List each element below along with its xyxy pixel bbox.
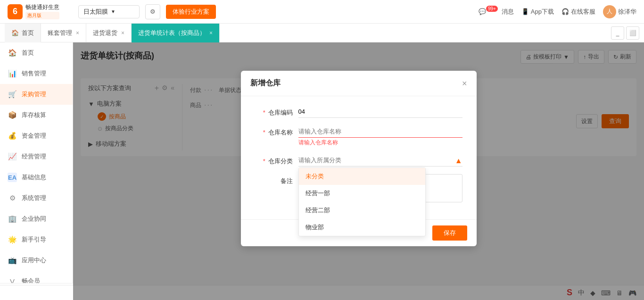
required-star-3: * bbox=[263, 158, 265, 165]
headset-icon: 🎧 bbox=[561, 8, 569, 15]
warehouse-name-label: * 仓库名称 bbox=[255, 125, 293, 137]
username: 徐泽华 bbox=[618, 8, 636, 16]
enterprise-icon: 🏢 bbox=[8, 214, 17, 224]
logo-text: 畅捷通好生意 bbox=[25, 4, 59, 11]
sidebar-item-capital[interactable]: 💰 资金管理 bbox=[0, 125, 73, 146]
tab-home-label: 首页 bbox=[22, 29, 34, 37]
sidebar-item-apps-label: 应用中心 bbox=[22, 256, 46, 265]
tab-collapse-button[interactable]: _ bbox=[611, 26, 624, 40]
avatar: 人 bbox=[603, 5, 616, 18]
app-download-label: App下载 bbox=[531, 8, 554, 16]
sidebar-item-purchase-label: 采购管理 bbox=[22, 90, 46, 99]
category-dropdown: 未分类 经营一部 经营二部 物业部 bbox=[298, 167, 426, 236]
sidebar-item-newbie[interactable]: 🌟 新手引导 bbox=[0, 229, 73, 250]
sidebar: 🏠 首页 📊 销售管理 🛒 采购管理 📦 库存核算 💰 资金管理 📈 经营管理 … bbox=[0, 42, 73, 300]
tab-accounts-label: 账套管理 bbox=[48, 29, 72, 37]
warehouse-category-label: * 仓库分类 bbox=[255, 154, 293, 166]
sidebar-item-apps[interactable]: 📺 应用中心 bbox=[0, 250, 73, 271]
tab-purchase-return-label: 进货退货 bbox=[93, 29, 117, 37]
sidebar-item-base-label: 基础信息 bbox=[22, 173, 46, 182]
tab-purchase-stat-label: 进货单统计表（按商品） bbox=[138, 29, 206, 37]
dropdown-item-3[interactable]: 物业部 bbox=[299, 219, 425, 236]
newbie-icon: 🌟 bbox=[8, 235, 17, 244]
sidebar-item-system-label: 系统管理 bbox=[22, 194, 46, 202]
save-button[interactable]: 保存 bbox=[432, 225, 467, 241]
user-area[interactable]: 人 徐泽华 bbox=[603, 5, 636, 18]
chevron-down-icon: ▼ bbox=[111, 9, 116, 14]
message-icon: 💬 bbox=[479, 8, 486, 15]
sidebar-item-purchase[interactable]: 🛒 采购管理 bbox=[0, 84, 73, 105]
sidebar-item-base[interactable]: EA 基础信息 bbox=[0, 167, 73, 188]
online-service-button[interactable]: 🎧 在线客服 bbox=[561, 8, 595, 16]
message-badge: 99+ bbox=[486, 6, 498, 12]
warehouse-name-row: * 仓库名称 请输入仓库名称 bbox=[255, 125, 462, 147]
gear-icon: ⚙ bbox=[150, 8, 156, 15]
logo-char: 6 bbox=[13, 7, 17, 17]
new-warehouse-modal: 新增仓库 × * 仓库编码 bbox=[241, 71, 477, 246]
content-area: 进货单统计(按商品) 🖨 按模板打印 ▼ ↑ 导出 ↻ 刷新 bbox=[73, 42, 644, 300]
modal-title: 新增仓库 bbox=[250, 78, 281, 88]
modal-overlay: 新增仓库 × * 仓库编码 bbox=[73, 42, 644, 300]
tab-purchase-return[interactable]: 进货退货 × bbox=[86, 24, 132, 42]
warehouse-category-input[interactable] bbox=[298, 154, 462, 167]
tab-purchase-stat[interactable]: 进货单统计表（按商品） × bbox=[132, 24, 220, 42]
required-star-2: * bbox=[263, 129, 265, 136]
tab-expand-button[interactable]: ⬜ bbox=[626, 26, 639, 40]
sidebar-item-enterprise[interactable]: 🏢 企业协同 bbox=[0, 208, 73, 229]
dropdown-item-1[interactable]: 经营一部 bbox=[299, 185, 425, 202]
tab-actions: _ ⬜ bbox=[611, 26, 639, 40]
home-icon: 🏠 bbox=[8, 48, 17, 58]
sidebar-item-system[interactable]: ⚙ 系统管理 bbox=[0, 188, 73, 208]
top-header: 6 畅捷通好生意 惠月版 日太阳膜 ▼ ⚙ 体验行业方案 💬 99+ 消息 📱 … bbox=[0, 0, 644, 24]
home-icon: 🏠 bbox=[11, 29, 19, 36]
header-right: 💬 99+ 消息 📱 App下载 🎧 在线客服 人 徐泽华 bbox=[479, 5, 636, 18]
messages-button[interactable]: 💬 99+ 消息 bbox=[479, 8, 514, 16]
warehouse-category-field-wrap: ▲ 未分类 经营一部 经营二部 物业部 bbox=[298, 154, 462, 167]
tab-home[interactable]: 🏠 首页 bbox=[5, 24, 41, 42]
sidebar-item-biz[interactable]: 📈 经营管理 bbox=[0, 146, 73, 167]
category-dropdown-arrow[interactable]: ▲ bbox=[455, 157, 462, 165]
online-service-label: 在线客服 bbox=[571, 8, 595, 16]
trial-button[interactable]: 体验行业方案 bbox=[166, 5, 216, 19]
warehouse-name-input[interactable] bbox=[298, 125, 462, 138]
modal-body: * 仓库编码 * 仓库名称 bbox=[241, 96, 477, 219]
sidebar-item-sales[interactable]: 📊 销售管理 bbox=[0, 63, 73, 84]
modal-close-button[interactable]: × bbox=[462, 79, 467, 88]
main-layout: 🏠 首页 📊 销售管理 🛒 采购管理 📦 库存核算 💰 资金管理 📈 经营管理 … bbox=[0, 42, 644, 300]
app-download-button[interactable]: 📱 App下载 bbox=[521, 8, 554, 16]
warehouse-category-row: * 仓库分类 ▲ 未分类 经营一部 经营二部 物业部 bbox=[255, 154, 462, 167]
warehouse-code-row: * 仓库编码 bbox=[255, 106, 462, 118]
base-icon: EA bbox=[8, 173, 17, 182]
messages-label: 消息 bbox=[502, 8, 514, 16]
dropdown-item-2[interactable]: 经营二部 bbox=[299, 202, 425, 219]
sidebar-item-enterprise-label: 企业协同 bbox=[22, 215, 46, 223]
warehouse-selector[interactable]: 日太阳膜 ▼ bbox=[78, 5, 140, 18]
warehouse-name: 日太阳膜 bbox=[83, 8, 108, 16]
logo-badge: 惠月版 bbox=[25, 12, 59, 19]
biz-icon: 📈 bbox=[8, 152, 17, 161]
required-star: * bbox=[263, 109, 265, 116]
sidebar-item-capital-label: 资金管理 bbox=[22, 132, 46, 140]
warehouse-name-error: 请输入仓库名称 bbox=[298, 139, 462, 147]
tab-bar: 🏠 首页 账套管理 × 进货退货 × 进货单统计表（按商品） × _ ⬜ bbox=[0, 24, 644, 42]
sidebar-item-home[interactable]: 🏠 首页 bbox=[0, 42, 73, 63]
tab-purchase-stat-close[interactable]: × bbox=[209, 30, 213, 36]
warehouse-code-field-wrap bbox=[298, 106, 462, 118]
system-icon: ⚙ bbox=[8, 193, 17, 203]
tab-accounts-close[interactable]: × bbox=[76, 30, 79, 36]
dropdown-item-0[interactable]: 未分类 bbox=[299, 168, 425, 185]
header-middle: 日太阳膜 ▼ ⚙ 体验行业方案 bbox=[78, 4, 479, 19]
apps-icon: 📺 bbox=[8, 256, 17, 265]
sidebar-item-inventory[interactable]: 📦 库存核算 bbox=[0, 105, 73, 125]
tab-purchase-return-close[interactable]: × bbox=[121, 30, 124, 36]
warehouse-code-label: * 仓库编码 bbox=[255, 106, 293, 117]
logo-area: 6 畅捷通好生意 惠月版 bbox=[8, 4, 78, 20]
sidebar-item-biz-label: 经营管理 bbox=[22, 152, 46, 161]
settings-button[interactable]: ⚙ bbox=[145, 4, 160, 19]
warehouse-name-field-wrap: 请输入仓库名称 bbox=[298, 125, 462, 147]
sidebar-item-sales-label: 销售管理 bbox=[22, 69, 46, 78]
logo-icon: 6 bbox=[8, 4, 23, 19]
tab-accounts[interactable]: 账套管理 × bbox=[41, 24, 86, 42]
warehouse-code-input[interactable] bbox=[298, 106, 462, 118]
capital-icon: 💰 bbox=[8, 131, 17, 141]
